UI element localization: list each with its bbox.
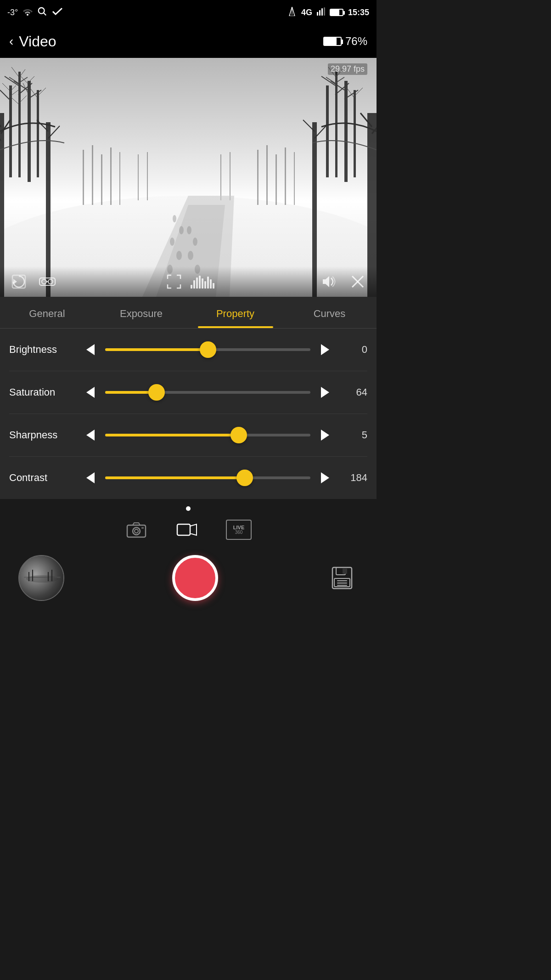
brightness-increase-btn[interactable] (317, 341, 333, 358)
sharpness-left-arrow (86, 430, 95, 441)
svg-marker-91 (323, 276, 329, 287)
video-camera-icon (176, 521, 197, 538)
svg-marker-99 (190, 524, 197, 535)
contrast-fill (105, 476, 245, 479)
sharpness-decrease-btn[interactable] (82, 427, 99, 443)
tabs-container: General Exposure Property Curves (0, 297, 377, 329)
saturation-left-arrow (86, 387, 95, 398)
sharpness-increase-btn[interactable] (317, 427, 333, 443)
volume-icon[interactable] (320, 272, 339, 291)
svg-rect-105 (48, 572, 49, 581)
svg-rect-64 (119, 152, 120, 205)
svg-rect-104 (32, 570, 33, 581)
svg-rect-40 (326, 85, 329, 177)
svg-rect-112 (337, 585, 347, 586)
network-label: 4G (301, 8, 312, 17)
saturation-increase-btn[interactable] (317, 384, 333, 401)
brightness-right-arrow (321, 344, 329, 355)
saturation-label: Saturation (9, 386, 76, 398)
sharpness-slider[interactable] (105, 427, 310, 443)
svg-rect-61 (92, 145, 93, 205)
wifi-icon (22, 7, 33, 18)
waveform-icon[interactable] (193, 272, 212, 291)
tab-property[interactable]: Property (188, 297, 282, 328)
svg-rect-6 (321, 8, 323, 16)
brightness-slider[interactable] (105, 341, 310, 358)
svg-point-95 (133, 527, 140, 535)
brightness-decrease-btn[interactable] (82, 341, 99, 358)
contrast-track (105, 476, 310, 479)
brightness-row: Brightness 0 (9, 329, 367, 371)
svg-line-1 (44, 12, 46, 15)
svg-rect-62 (101, 154, 102, 205)
svg-rect-66 (266, 145, 268, 205)
thumbnail-preview[interactable] (18, 555, 64, 601)
contrast-value: 184 (340, 472, 367, 484)
record-button[interactable] (172, 555, 218, 601)
svg-rect-69 (294, 152, 295, 205)
live-360-btn[interactable]: LIVE 360 (226, 520, 252, 540)
video-mode-btn[interactable] (175, 518, 198, 541)
live-label: LIVE (233, 525, 244, 530)
temperature: -3° (7, 8, 18, 17)
sharpness-thumb[interactable] (231, 427, 247, 443)
record-button-inner (184, 566, 207, 589)
back-button[interactable]: ‹ (9, 34, 13, 49)
status-bar: -3° 4G (0, 0, 377, 25)
scene-svg (0, 58, 377, 297)
camera-icon (126, 521, 146, 538)
contrast-decrease-btn[interactable] (82, 470, 99, 486)
tab-curves[interactable]: Curves (282, 297, 377, 328)
contrast-thumb[interactable] (236, 470, 253, 486)
brightness-thumb[interactable] (200, 341, 216, 358)
svg-rect-13 (37, 90, 39, 177)
contrast-left-arrow (86, 472, 95, 483)
svg-rect-4 (317, 12, 318, 16)
svg-rect-70 (138, 154, 139, 200)
svg-point-79 (179, 226, 184, 234)
rotation-icon[interactable] (9, 272, 28, 291)
contrast-slider[interactable] (105, 470, 310, 486)
svg-rect-5 (319, 10, 320, 16)
fps-label: 29.97 fps (328, 63, 367, 75)
svg-rect-63 (110, 147, 112, 205)
fullscreen-icon[interactable] (164, 272, 184, 291)
saturation-track (105, 391, 310, 394)
svg-marker-85 (13, 279, 17, 284)
sharpness-track (105, 434, 310, 436)
contrast-increase-btn[interactable] (317, 470, 333, 486)
saturation-value: 64 (340, 386, 367, 398)
thumbnail-svg (19, 556, 64, 601)
sliders-section: Brightness 0 Saturation 64 (0, 329, 377, 499)
svg-rect-111 (337, 583, 347, 583)
photo-mode-btn[interactable] (125, 518, 148, 541)
sharpness-label: Sharpness (9, 429, 76, 441)
svg-point-102 (26, 575, 58, 583)
contrast-row: Contrast 184 (9, 457, 367, 499)
close-icon[interactable] (348, 272, 367, 291)
thumbnail-image (19, 556, 63, 600)
saturation-decrease-btn[interactable] (82, 384, 99, 401)
saturation-thumb[interactable] (148, 384, 165, 401)
check-icon (52, 7, 63, 18)
signal-bars-icon (317, 7, 325, 18)
svg-rect-113 (343, 568, 347, 574)
saturation-row: Saturation 64 (9, 371, 367, 414)
scroll-indicator (186, 506, 191, 511)
svg-rect-67 (276, 154, 277, 205)
header-battery: 76% (323, 35, 367, 48)
brightness-fill (105, 348, 208, 351)
live-360-label: 360 (235, 530, 243, 535)
header-left[interactable]: ‹ Video (9, 33, 56, 50)
svg-point-82 (188, 251, 193, 260)
brightness-track (105, 348, 310, 351)
save-button[interactable] (326, 562, 358, 594)
page-title: Video (19, 33, 56, 50)
vr-goggles-icon[interactable] (38, 272, 57, 291)
saturation-slider[interactable] (105, 384, 310, 401)
header: ‹ Video 76% (0, 25, 377, 58)
svg-point-96 (135, 529, 138, 533)
tab-general[interactable]: General (0, 297, 94, 328)
svg-rect-103 (28, 572, 29, 581)
tab-exposure[interactable]: Exposure (94, 297, 188, 328)
